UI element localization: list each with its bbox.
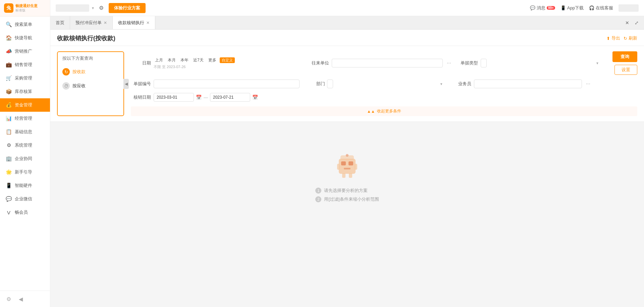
close-tab-icon[interactable]: ✕ [623, 18, 632, 28]
sidebar-item-企业协同[interactable]: 🏢企业协同 [0, 152, 50, 165]
sidebar-label: 快捷导航 [15, 35, 32, 41]
filter-sidebar-title: 按以下方案查询 [58, 52, 123, 65]
counterparty-field: 往来单位 ··· [309, 59, 453, 67]
sidebar-item-基础信息[interactable]: 📋基础信息 [0, 125, 50, 139]
sidebar-label: 智能硬件 [15, 183, 32, 189]
counterparty-more-icon[interactable]: ··· [445, 60, 452, 66]
app-download-label: App下载 [567, 5, 584, 11]
verify-date-start-calendar-icon[interactable]: 📅 [196, 95, 202, 100]
date-more[interactable]: 更多 [207, 57, 218, 64]
page-header: 收款核销执行(按收款) ⬆ 导出 ↻ 刷新 [50, 30, 644, 46]
bill-no-field: 单据编号 [131, 80, 300, 88]
sidebar-label: 营销推广 [15, 48, 32, 54]
sidebar-item-智能硬件[interactable]: 📱智能硬件 [0, 179, 50, 192]
query-button[interactable]: 查询 [612, 51, 637, 62]
collapse-sidebar-icon[interactable]: ◀ [16, 294, 25, 304]
staff-more-icon[interactable]: ··· [585, 81, 592, 87]
message-button[interactable]: 💬 消息 99+ [530, 5, 555, 11]
counterparty-input[interactable] [332, 59, 443, 67]
tab-home-label: 首页 [56, 20, 64, 26]
topbar-dropdown-icon[interactable]: ▾ [92, 6, 94, 10]
svg-rect-7 [349, 173, 352, 178]
sidebar-item-库存核算[interactable]: 📦库存核算 [0, 85, 50, 98]
svg-rect-3 [344, 168, 351, 169]
sidebar-icon: 📣 [5, 48, 12, 55]
refresh-label: 刷新 [629, 35, 637, 41]
filter-receipt-icon: ↻ [62, 68, 70, 75]
empty-tip-1-text: 请先选择要分析的方案 [324, 188, 368, 194]
dept-select[interactable] [327, 80, 333, 88]
collapse-more-button[interactable]: ▲▲ 收起更多条件 [131, 106, 637, 116]
svg-rect-1 [341, 161, 346, 165]
date-last-month[interactable]: 上月 [154, 57, 164, 64]
export-button[interactable]: ⬆ 导出 [606, 35, 620, 41]
sidebar-item-资金管理[interactable]: 💰资金管理 [0, 98, 50, 112]
date-custom-tag[interactable]: 自定义 [220, 57, 235, 63]
sidebar-item-新手引导[interactable]: 🌟新手引导 [0, 165, 50, 179]
user-info[interactable] [619, 4, 639, 12]
tab-prepay[interactable]: 预付冲应付单 ✕ [70, 16, 113, 29]
sidebar-item-销售管理[interactable]: 💼销售管理 [0, 58, 50, 71]
filter-option-by-receivable[interactable]: ⏱ 按应收 [58, 79, 123, 93]
sidebar-item-采购管理[interactable]: 🛒采购管理 [0, 71, 50, 85]
settings-icon[interactable]: ⚙ [4, 294, 13, 304]
verify-date-end-calendar-icon[interactable]: 📅 [252, 95, 258, 100]
bill-type-select[interactable] [481, 59, 487, 67]
page-content: 收款核销执行(按收款) ⬆ 导出 ↻ 刷新 按以下方案查询 ↻ [50, 30, 644, 307]
topbar-gear-icon[interactable]: ⚙ [97, 3, 106, 13]
sidebar-label: 资金管理 [15, 102, 32, 108]
date-this-year[interactable]: 本年 [179, 57, 190, 64]
bill-no-label: 单据编号 [131, 81, 151, 87]
counterparty-label: 往来单位 [309, 60, 329, 66]
sidebar-item-营销推广[interactable]: 📣营销推广 [0, 45, 50, 58]
expand-tab-icon[interactable]: ⤢ [632, 18, 641, 28]
filter-receivable-label: 按应收 [72, 83, 86, 89]
sidebar-item-系统管理[interactable]: ⚙系统管理 [0, 139, 50, 152]
sidebar-item-快捷导航[interactable]: 🏠快捷导航 [0, 31, 50, 45]
tab-verify-close-icon[interactable]: ✕ [146, 20, 150, 25]
sidebar-icon: 💼 [5, 61, 12, 68]
filter-receivable-icon: ⏱ [62, 82, 70, 90]
date-field: 日期 上月 本月 本年 近7天 更多 自定义 不限 至 [131, 57, 304, 69]
sidebar-icon: 🔍 [5, 21, 12, 28]
tab-prepay-close-icon[interactable]: ✕ [104, 20, 107, 25]
sidebar-item-经营管理[interactable]: 📊经营管理 [0, 112, 50, 125]
empty-tip-2: 2 用[过滤]条件来缩小分析范围 [315, 196, 379, 202]
sidebar-icon: 📦 [5, 88, 12, 95]
verify-date-dash: — [204, 95, 208, 100]
app-version: 标准版 [15, 8, 38, 13]
online-service-button[interactable]: 🎧 在线客服 [589, 5, 613, 11]
sidebar-label: 采购管理 [15, 75, 32, 81]
topbar: ▾ ⚙ 体验行业方案 💬 消息 99+ 📱 App下载 🎧 在线客服 [50, 0, 644, 16]
tab-home[interactable]: 首页 [50, 16, 70, 29]
app-icon: 📱 [560, 5, 566, 10]
logo-icon: 兔 [4, 3, 13, 13]
tab-verify[interactable]: 收款核销执行 ✕ [113, 16, 155, 29]
sidebar-item-企业微信[interactable]: 💬企业微信 [0, 192, 50, 206]
setting-button[interactable]: 设置 [614, 65, 637, 75]
date-this-month[interactable]: 本月 [166, 57, 177, 64]
staff-input[interactable] [474, 80, 582, 88]
sidebar-nav: 🔍搜索菜单🏠快捷导航📣营销推广💼销售管理🛒采购管理📦库存核算💰资金管理📊经营管理… [0, 16, 50, 291]
filter-form: 日期 上月 本月 本年 近7天 更多 自定义 不限 至 [131, 51, 637, 116]
sidebar-label: 系统管理 [15, 142, 32, 148]
verify-date-end-input[interactable] [210, 93, 250, 102]
collapse-more-label: 收起更多条件 [377, 108, 401, 114]
service-icon: 🎧 [589, 5, 594, 10]
refresh-button[interactable]: ↻ 刷新 [624, 35, 637, 41]
filter-sidebar-collapse-icon[interactable]: ◀ [123, 79, 129, 89]
bill-no-input[interactable] [154, 80, 300, 88]
sidebar-icon: 📊 [5, 115, 12, 122]
app-name: 畅捷通好生意 [15, 3, 38, 8]
sidebar-item-畅会员[interactable]: V畅会员 [0, 206, 50, 219]
bill-type-field: 单据类型 [458, 59, 602, 67]
date-7days[interactable]: 近7天 [192, 57, 205, 64]
verify-date-start-input[interactable] [154, 93, 194, 102]
industry-plan-button[interactable]: 体验行业方案 [109, 3, 146, 13]
verify-date-field: 核销日期 📅 — 📅 [131, 93, 637, 102]
page-title: 收款核销执行(按收款) [57, 34, 115, 42]
app-download-button[interactable]: 📱 App下载 [560, 5, 584, 11]
sidebar-label: 搜索菜单 [15, 21, 32, 28]
sidebar-item-搜索菜单[interactable]: 🔍搜索菜单 [0, 18, 50, 31]
filter-option-by-receipt[interactable]: ↻ 按收款 [58, 65, 123, 79]
